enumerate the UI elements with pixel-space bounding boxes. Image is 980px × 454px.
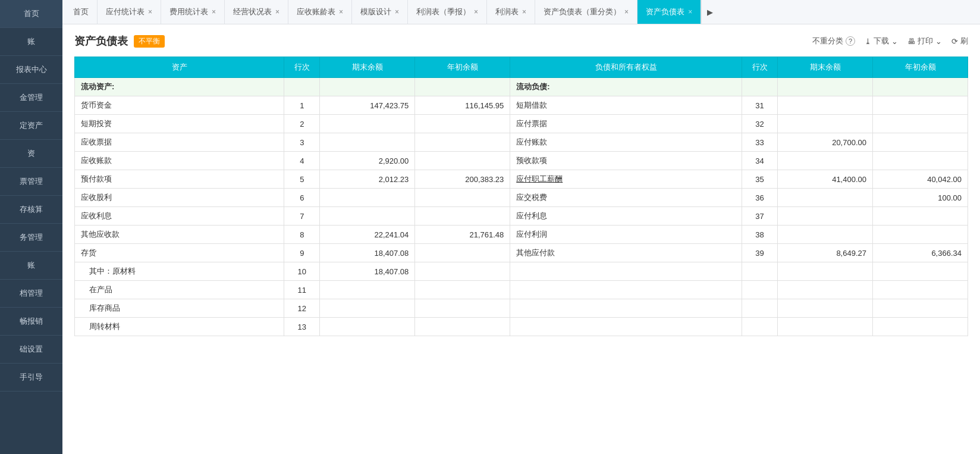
download-icon: ⤓ xyxy=(865,37,871,46)
header-year-start2: 年初余额 xyxy=(873,57,968,78)
tab-balance-reclassified[interactable]: 资产负债表（重分类） × xyxy=(535,0,637,24)
sidebar: 首页 账 报表中心 金管理 定资产 资 票管理 存核算 务管理 账 档管理 畅报… xyxy=(0,0,62,454)
table-row: 应收账款 4 2,920.00 预收款项 34 xyxy=(75,152,968,170)
print-chevron-icon: ⌄ xyxy=(935,37,942,46)
sidebar-item-guide[interactable]: 手引导 xyxy=(0,364,62,392)
page-header: 资产负债表 不平衡 不重分类 ? ⤓ 下载 ⌄ 🖶 打印 ⌄ xyxy=(74,34,968,48)
tab-home[interactable]: 首页 xyxy=(65,0,98,24)
tab-close-template-design[interactable]: × xyxy=(395,8,399,16)
header-year-start: 年初余额 xyxy=(415,57,510,78)
refresh-button[interactable]: ⟳ 刷 xyxy=(951,36,968,46)
print-button[interactable]: 🖶 打印 ⌄ xyxy=(907,36,942,46)
header-end-balance: 期末余额 xyxy=(320,57,415,78)
header-row-no2: 行次 xyxy=(742,57,778,78)
header-liabilities: 负债和所有者权益 xyxy=(510,57,742,78)
tab-profit-quarterly[interactable]: 利润表（季报） × xyxy=(408,0,487,24)
tab-profit[interactable]: 利润表 × xyxy=(487,0,535,24)
sidebar-item-expense[interactable]: 畅报销 xyxy=(0,308,62,336)
sidebar-item-inventory[interactable]: 存核算 xyxy=(0,196,62,224)
classify-toggle[interactable]: 不重分类 ? xyxy=(812,36,855,46)
tab-close-expense-stats[interactable]: × xyxy=(212,8,216,16)
tab-template-design[interactable]: 模版设计 × xyxy=(352,0,408,24)
table-row: 短期投资 2 应付票据 32 xyxy=(75,115,968,133)
sidebar-item-tax-mgmt[interactable]: 务管理 xyxy=(0,224,62,252)
sidebar-item-fixed-assets[interactable]: 定资产 xyxy=(0,112,62,140)
table-row: 货币资金 1 147,423.75 116,145.95 短期借款 31 xyxy=(75,96,968,115)
sidebar-item-archive[interactable]: 档管理 xyxy=(0,280,62,308)
tab-close-profit[interactable]: × xyxy=(522,8,526,16)
table-row: 预付款项 5 2,012.23 200,383.23 应付职工薪酬 35 41,… xyxy=(75,170,968,189)
table-row: 存货 9 18,407.08 其他应付款 39 8,649.27 6,366.3… xyxy=(75,244,968,262)
table-row: 应收票据 3 应付账款 33 20,700.00 xyxy=(75,133,968,152)
page-title-area: 资产负债表 不平衡 xyxy=(74,34,165,48)
header-end-balance2: 期末余额 xyxy=(778,57,873,78)
tab-close-balance-reclassified[interactable]: × xyxy=(624,8,629,16)
tab-close-operation-status[interactable]: × xyxy=(275,8,279,16)
header-assets: 资产 xyxy=(75,57,284,78)
sidebar-item-ledger[interactable]: 账 xyxy=(0,28,62,56)
main-area: 首页 应付统计表 × 费用统计表 × 经营状况表 × 应收账龄表 × 模版设计 … xyxy=(62,0,980,454)
print-icon: 🖶 xyxy=(907,37,915,46)
tab-close-balance-sheet[interactable]: × xyxy=(688,8,692,16)
tab-close-payable-stats[interactable]: × xyxy=(148,8,152,16)
tab-expense-stats[interactable]: 费用统计表 × xyxy=(161,0,225,24)
header-row-no: 行次 xyxy=(284,57,320,78)
sidebar-item-home[interactable]: 首页 xyxy=(0,0,62,28)
tab-balance-sheet[interactable]: 资产负债表 × xyxy=(637,0,701,24)
unbalanced-badge: 不平衡 xyxy=(134,35,165,48)
page-title: 资产负债表 xyxy=(74,34,128,48)
refresh-icon: ⟳ xyxy=(951,37,958,46)
sidebar-item-capital[interactable]: 资 xyxy=(0,140,62,168)
sidebar-item-cash-mgmt[interactable]: 金管理 xyxy=(0,84,62,112)
balance-sheet-table: 资产 行次 期末余额 年初余额 负债和所有者权益 行次 期末余额 年初余额 流动… xyxy=(74,57,968,336)
toolbar-right: 不重分类 ? ⤓ 下载 ⌄ 🖶 打印 ⌄ ⟳ 刷 xyxy=(812,36,968,46)
table-row: 周转材料 13 xyxy=(75,318,968,336)
tab-bar: 首页 应付统计表 × 费用统计表 × 经营状况表 × 应收账龄表 × 模版设计 … xyxy=(62,0,980,24)
table-row: 库存商品 12 xyxy=(75,299,968,318)
table-row: 其他应收款 8 22,241.04 21,761.48 应付利润 38 xyxy=(75,226,968,244)
download-chevron-icon: ⌄ xyxy=(891,37,898,46)
table-row: 应收股利 6 应交税费 36 100.00 xyxy=(75,189,968,207)
section-current-assets: 流动资产: 流动负债: xyxy=(75,78,968,96)
content-area: 资产负债表 不平衡 不重分类 ? ⤓ 下载 ⌄ 🖶 打印 ⌄ xyxy=(62,24,980,454)
tab-close-receivable-aging[interactable]: × xyxy=(339,8,343,16)
tab-scroll-arrow[interactable]: ▶ xyxy=(701,0,718,24)
table-row: 其中：原材料 10 18,407.08 xyxy=(75,262,968,281)
tab-payable-stats[interactable]: 应付统计表 × xyxy=(98,0,161,24)
sidebar-item-invoice-mgmt[interactable]: 票管理 xyxy=(0,168,62,196)
tab-close-profit-quarterly[interactable]: × xyxy=(474,8,478,16)
download-button[interactable]: ⤓ 下载 ⌄ xyxy=(865,36,898,46)
table-row: 应收利息 7 应付利息 37 xyxy=(75,207,968,226)
sidebar-item-accounts[interactable]: 账 xyxy=(0,252,62,280)
sidebar-item-report-center[interactable]: 报表中心 xyxy=(0,56,62,84)
help-icon[interactable]: ? xyxy=(846,36,855,46)
tab-operation-status[interactable]: 经营状况表 × xyxy=(225,0,288,24)
tab-receivable-aging[interactable]: 应收账龄表 × xyxy=(288,0,352,24)
sidebar-item-settings[interactable]: 础设置 xyxy=(0,336,62,364)
table-row: 在产品 11 xyxy=(75,281,968,299)
